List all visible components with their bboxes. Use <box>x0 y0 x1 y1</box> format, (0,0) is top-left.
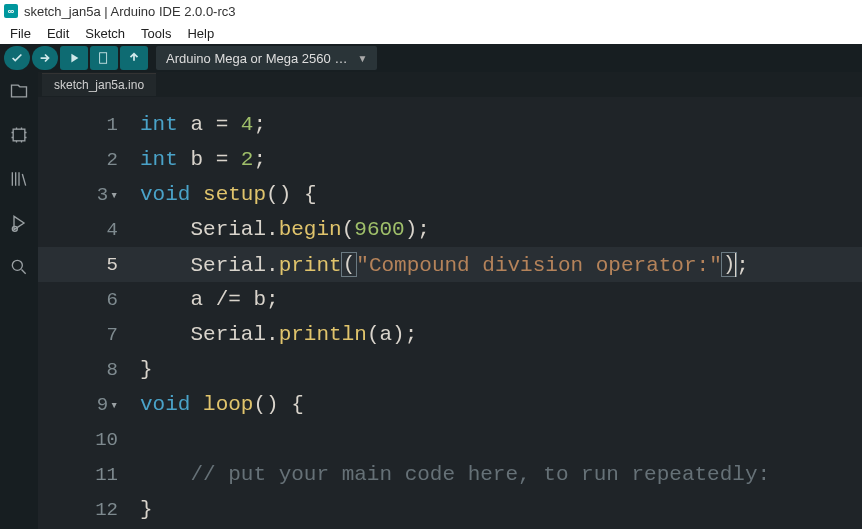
code-line[interactable]: 8} <box>38 352 862 387</box>
chevron-down-icon: ▼ <box>357 53 367 64</box>
code-line[interactable]: 1int a = 4; <box>38 107 862 142</box>
menu-file[interactable]: File <box>2 24 39 43</box>
line-number: 1 <box>38 114 128 136</box>
menu-help[interactable]: Help <box>179 24 222 43</box>
verify-button[interactable] <box>4 46 30 70</box>
line-number: 4 <box>38 219 128 241</box>
code-line[interactable]: 10 <box>38 422 862 457</box>
titlebar: ∞ sketch_jan5a | Arduino IDE 2.0.0-rc3 <box>0 0 862 22</box>
toolbar: Arduino Mega or Mega 2560 … ▼ <box>0 44 862 72</box>
boards-icon[interactable] <box>6 122 32 148</box>
code-text: void setup() { <box>128 183 316 206</box>
board-selector[interactable]: Arduino Mega or Mega 2560 … ▼ <box>156 46 377 70</box>
search-icon[interactable] <box>6 254 32 280</box>
code-text: a /= b; <box>128 288 279 311</box>
code-line[interactable]: 6 a /= b; <box>38 282 862 317</box>
code-editor[interactable]: 1int a = 4;2int b = 2;3▾void setup() {4 … <box>38 97 862 529</box>
open-button[interactable] <box>120 46 148 70</box>
code-text: Serial.println(a); <box>128 323 417 346</box>
line-number: 9▾ <box>38 394 128 416</box>
activity-bar <box>0 72 38 529</box>
editor-area: sketch_jan5a.ino 1int a = 4;2int b = 2;3… <box>38 72 862 529</box>
code-text: void loop() { <box>128 393 304 416</box>
workspace: sketch_jan5a.ino 1int a = 4;2int b = 2;3… <box>0 72 862 529</box>
code-text: int a = 4; <box>128 113 266 136</box>
library-icon[interactable] <box>6 166 32 192</box>
line-number: 11 <box>38 464 128 486</box>
fold-icon[interactable]: ▾ <box>110 187 118 203</box>
board-name: Arduino Mega or Mega 2560 … <box>166 51 347 66</box>
tab-bar: sketch_jan5a.ino <box>38 72 862 97</box>
code-text: Serial.print("Compound division operator… <box>128 253 749 277</box>
line-number: 12 <box>38 499 128 521</box>
line-number: 10 <box>38 429 128 451</box>
code-text: } <box>128 358 153 381</box>
line-number: 8 <box>38 359 128 381</box>
menubar: File Edit Sketch Tools Help <box>0 22 862 44</box>
file-tab[interactable]: sketch_jan5a.ino <box>42 73 156 96</box>
svg-rect-0 <box>100 53 107 64</box>
code-line[interactable]: 5 Serial.print("Compound division operat… <box>38 247 862 282</box>
line-number: 7 <box>38 324 128 346</box>
code-line[interactable]: 3▾void setup() { <box>38 177 862 212</box>
new-sketch-button[interactable] <box>90 46 118 70</box>
arduino-logo-icon: ∞ <box>4 4 18 18</box>
code-line[interactable]: 2int b = 2; <box>38 142 862 177</box>
code-line[interactable]: 9▾void loop() { <box>38 387 862 422</box>
svg-rect-1 <box>13 129 25 141</box>
line-number: 5 <box>38 254 128 276</box>
code-text: int b = 2; <box>128 148 266 171</box>
explorer-icon[interactable] <box>6 78 32 104</box>
debug-icon[interactable] <box>6 210 32 236</box>
menu-edit[interactable]: Edit <box>39 24 77 43</box>
code-text: } <box>128 498 153 521</box>
line-number: 6 <box>38 289 128 311</box>
menu-sketch[interactable]: Sketch <box>77 24 133 43</box>
fold-icon[interactable]: ▾ <box>110 397 118 413</box>
code-text: // put your main code here, to run repea… <box>128 463 770 486</box>
svg-point-3 <box>12 260 22 270</box>
line-number: 2 <box>38 149 128 171</box>
window-title: sketch_jan5a | Arduino IDE 2.0.0-rc3 <box>24 4 236 19</box>
menu-tools[interactable]: Tools <box>133 24 179 43</box>
line-number: 3▾ <box>38 184 128 206</box>
code-text: Serial.begin(9600); <box>128 218 430 241</box>
upload-button[interactable] <box>32 46 58 70</box>
code-line[interactable]: 11 // put your main code here, to run re… <box>38 457 862 492</box>
debug-button[interactable] <box>60 46 88 70</box>
code-line[interactable]: 4 Serial.begin(9600); <box>38 212 862 247</box>
code-line[interactable]: 7 Serial.println(a); <box>38 317 862 352</box>
code-line[interactable]: 12} <box>38 492 862 527</box>
